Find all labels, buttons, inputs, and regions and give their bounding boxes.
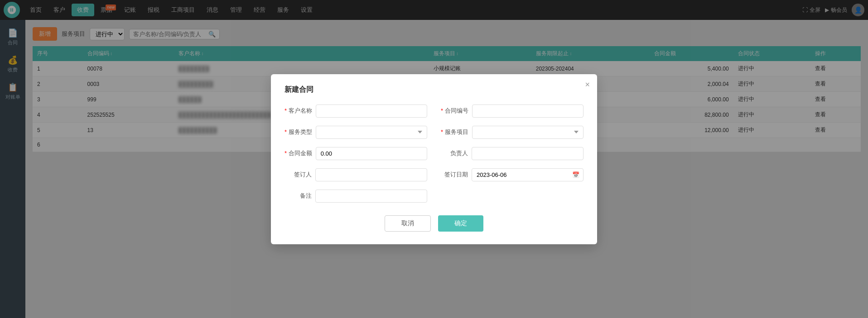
sign-date-label: 签订日期: [441, 171, 468, 179]
remark-input[interactable]: [315, 190, 427, 203]
modal-overlay[interactable]: 新建合同 × 客户名称 合同编号 服务类型 服务项目: [0, 0, 868, 318]
form-row-3: 合同金额 负责人: [285, 147, 583, 160]
contract-no-label: 合同编号: [441, 107, 468, 115]
amount-label: 合同金额: [285, 149, 312, 157]
signer-field: 签订人: [285, 168, 427, 181]
new-contract-modal: 新建合同 × 客户名称 合同编号 服务类型 服务项目: [271, 74, 597, 244]
modal-footer: 取消 确定: [285, 215, 583, 232]
service-type-select[interactable]: [316, 126, 427, 139]
remark-label: 备注: [285, 192, 312, 200]
service-item-select[interactable]: [472, 126, 583, 139]
contract-no-input[interactable]: [472, 104, 583, 118]
customer-name-input[interactable]: [316, 104, 427, 118]
responsible-input[interactable]: [472, 147, 583, 160]
remark-field: 备注: [285, 190, 427, 203]
signer-label: 签订人: [285, 171, 312, 179]
service-item-label: 服务项目: [441, 128, 468, 136]
customer-name-field: 客户名称: [285, 104, 427, 118]
confirm-button[interactable]: 确定: [438, 215, 483, 232]
sign-date-input[interactable]: [472, 169, 569, 181]
signer-input[interactable]: [315, 168, 427, 181]
sign-date-wrap: 📅: [472, 168, 583, 181]
cancel-button[interactable]: 取消: [385, 215, 431, 232]
contract-no-field: 合同编号: [441, 104, 583, 118]
modal-close-button[interactable]: ×: [585, 81, 590, 89]
service-type-field: 服务类型: [285, 126, 427, 139]
service-type-label: 服务类型: [285, 128, 312, 136]
customer-name-label: 客户名称: [285, 107, 312, 115]
modal-title: 新建合同: [285, 85, 583, 95]
form-row-5: 备注: [285, 190, 583, 203]
calendar-icon[interactable]: 📅: [569, 169, 583, 181]
service-item-field: 服务项目: [441, 126, 583, 139]
amount-input[interactable]: [316, 147, 427, 160]
form-row-4: 签订人 签订日期 📅: [285, 168, 583, 181]
amount-field: 合同金额: [285, 147, 427, 160]
sign-date-field: 签订日期 📅: [441, 168, 583, 181]
responsible-field: 负责人: [441, 147, 583, 160]
responsible-label: 负责人: [441, 149, 468, 157]
form-row-2: 服务类型 服务项目: [285, 126, 583, 139]
form-row-1: 客户名称 合同编号: [285, 104, 583, 118]
